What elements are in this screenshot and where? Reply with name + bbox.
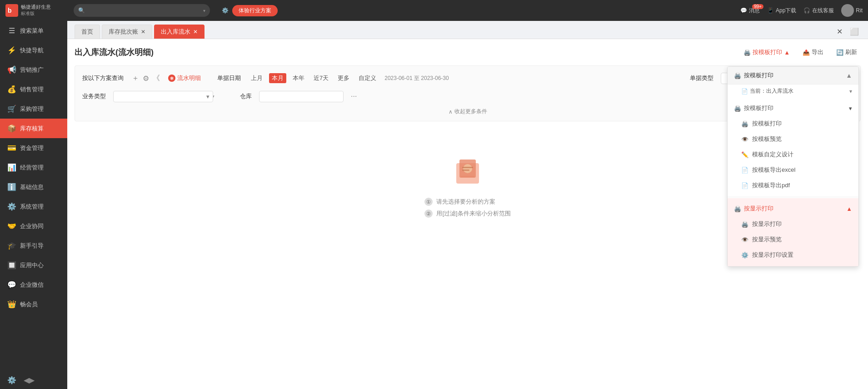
tab-maximize-btn[interactable]: ⬜ <box>848 26 861 37</box>
settings-bottom-icon[interactable]: ⚙️ <box>7 376 16 384</box>
print-btn[interactable]: 🖨️ 按模板打印 ▲ <box>740 46 793 58</box>
app-download-btn[interactable]: 📱 App下载 <box>767 7 796 15</box>
sidebar-item-cooperation[interactable]: 🤝 企业协同 <box>0 216 67 236</box>
display-section-header[interactable]: 🖨️ 按显示打印 ▲ <box>728 201 858 216</box>
system-icon: ⚙️ <box>7 202 16 211</box>
expand-icon[interactable]: ◀▶ <box>24 376 35 384</box>
business-type-select-wrapper <box>113 91 213 102</box>
filter-add-btn[interactable]: ＋ <box>131 73 140 84</box>
sidebar-label-guide: 新手引导 <box>20 242 44 250</box>
template-preview-item[interactable]: 👁️ 按模板预览 <box>728 131 858 147</box>
date-this-month-btn[interactable]: 本月 <box>269 73 286 83</box>
sidebar-item-app-center[interactable]: 🔲 应用中心 <box>0 255 67 275</box>
display-print-item[interactable]: 🖨️ 按显示打印 <box>728 216 858 232</box>
filter-setting-btn[interactable]: ⚙ <box>142 73 150 84</box>
sidebar-label-quick-nav: 快捷导航 <box>20 46 44 55</box>
date-7days-btn[interactable]: 近7天 <box>311 73 331 83</box>
template-print-item[interactable]: 🖨️ 按模板打印 <box>728 116 858 131</box>
current-label-text: 当前：出入库流水 <box>750 87 793 95</box>
filter-collapse-left-btn[interactable]: 《 <box>152 73 161 84</box>
tab-flow-close-icon[interactable]: ✕ <box>193 29 198 35</box>
sidebar-item-guide[interactable]: 🎓 新手引导 <box>0 236 67 255</box>
sidebar-item-member[interactable]: 👑 畅会员 <box>0 294 67 314</box>
business-type-select[interactable] <box>113 91 213 102</box>
template-export-excel-item[interactable]: 📄 按模板导出excel <box>728 162 858 178</box>
display-settings-label: 按显示打印设置 <box>752 251 793 259</box>
sidebar-item-search-menu[interactable]: ☰ 搜索菜单 <box>0 21 67 40</box>
app-name: 畅捷通好生意 <box>21 4 51 10</box>
template-export-pdf-item[interactable]: 📄 按模板导出pdf <box>728 178 858 193</box>
message-btn[interactable]: 💬 消息 99+ <box>740 7 760 15</box>
sidebar-item-basic-info[interactable]: ℹ️ 基础信息 <box>0 177 67 197</box>
sidebar-label-operation: 经营管理 <box>20 164 44 172</box>
sales-icon: 💰 <box>7 85 16 94</box>
sidebar-item-system[interactable]: ⚙️ 系统管理 <box>0 197 67 216</box>
doc-type-label: 单据类型 <box>690 74 713 82</box>
logo-area: b 畅捷通好生意 标准版 <box>5 4 69 17</box>
refresh-btn[interactable]: 🔄 刷新 <box>833 46 861 58</box>
content-area: 首页 库存批次账 ✕ 出入库流水 ✕ ✕ ⬜ 出入库流水(流水明细) <box>67 21 868 389</box>
collapse-more-btn[interactable]: ∧ 收起更多条件 <box>449 108 487 115</box>
sidebar-item-finance[interactable]: 💳 资金管理 <box>0 138 67 158</box>
template-design-item[interactable]: ✏️ 模板自定义设计 <box>728 147 858 162</box>
date-filters: 上月 本月 本年 近7天 更多 自定义 2023-06-01 至 2023-06… <box>248 73 673 83</box>
sidebar-item-operation[interactable]: 📊 经营管理 <box>0 158 67 177</box>
tab-batch-close-icon[interactable]: ✕ <box>141 29 145 35</box>
tab-flow[interactable]: 出入库流水 ✕ <box>154 25 205 39</box>
display-settings-item[interactable]: ⚙️ 按显示打印设置 <box>728 247 858 263</box>
print-arrow-up-icon: ▲ <box>784 49 790 56</box>
top-search-bar[interactable]: 🔍 ▾ <box>74 4 210 17</box>
display-section-icon: 🖨️ <box>734 205 741 212</box>
app-version: 标准版 <box>21 10 51 17</box>
empty-step-2: ② 用[过滤]条件来缩小分析范围 <box>424 209 510 218</box>
collapse-label: 收起更多条件 <box>454 108 487 115</box>
panel-toggle-icon[interactable]: ▲ <box>846 72 852 79</box>
empty-step-1: ① 请先选择要分析的方案 <box>424 198 510 206</box>
print-panel-scroll: 📄 当前：出入库流水 ▾ 🖨️ 按模板打印 ▾ <box>728 85 858 266</box>
tab-batch-account[interactable]: 库存批次账 ✕ <box>102 25 152 39</box>
date-more-btn[interactable]: 更多 <box>335 73 352 83</box>
trial-button[interactable]: 体验行业方案 <box>232 5 278 16</box>
sidebar-item-marketing[interactable]: 📢 营销推广 <box>0 60 67 80</box>
sidebar-label-system: 系统管理 <box>20 203 44 211</box>
sidebar-label-sales: 销售管理 <box>20 85 44 94</box>
current-label-arrow: ▾ <box>849 88 852 95</box>
user-avatar-area[interactable]: Rit <box>841 4 863 17</box>
sidebar-item-sales[interactable]: 💰 销售管理 <box>0 80 67 99</box>
settings-icon-btn[interactable]: ⚙️ <box>220 6 230 15</box>
tab-batch-account-label: 库存批次账 <box>109 28 138 36</box>
svg-rect-4 <box>462 167 473 168</box>
display-print-label: 按显示打印 <box>752 220 782 228</box>
online-service-btn[interactable]: 🎧 在线客服 <box>803 7 834 15</box>
sidebar-label-purchase: 采购管理 <box>20 105 44 113</box>
sidebar-item-quick-nav[interactable]: ⚡ 快捷导航 <box>0 40 67 60</box>
sidebar-bottom: ⚙️ ◀▶ <box>0 371 67 389</box>
date-last-month-btn[interactable]: 上月 <box>248 73 265 83</box>
display-preview-item[interactable]: 👁️ 按显示预览 <box>728 232 858 247</box>
template-section-header[interactable]: 🖨️ 按模板打印 ▾ <box>728 100 858 116</box>
date-custom-btn[interactable]: 自定义 <box>356 73 379 83</box>
business-type-label: 业务类型 <box>82 92 106 100</box>
headset-icon: 🎧 <box>803 7 810 14</box>
tab-close-all-btn[interactable]: ✕ <box>835 26 844 37</box>
step-2-text: 用[过滤]条件来缩小分析范围 <box>436 209 510 218</box>
marketing-icon: 📢 <box>7 65 16 74</box>
warehouse-input[interactable] <box>259 91 344 102</box>
cooperation-icon: 🤝 <box>7 222 16 230</box>
date-this-year-btn[interactable]: 本年 <box>290 73 307 83</box>
warehouse-more-btn[interactable]: ··· <box>351 92 357 100</box>
sidebar-item-purchase[interactable]: 🛒 采购管理 <box>0 99 67 119</box>
sidebar-label-app-center: 应用中心 <box>20 261 44 269</box>
online-service-label: 在线客服 <box>812 7 834 15</box>
sidebar-item-wechat[interactable]: 💬 企业微信 <box>0 275 67 294</box>
sidebar-item-inventory[interactable]: 📦 库存核算 <box>0 119 67 138</box>
panel-divider <box>728 197 858 197</box>
export-btn[interactable]: 📤 导出 <box>799 46 827 58</box>
template-preview-icon: 👁️ <box>741 136 748 143</box>
search-input[interactable] <box>88 7 200 14</box>
sidebar-label-inventory: 库存核算 <box>20 125 44 133</box>
finance-icon: 💳 <box>7 144 16 152</box>
step-1-text: 请先选择要分析的方案 <box>436 198 495 206</box>
tab-home[interactable]: 首页 <box>75 25 100 39</box>
display-export-excel-item[interactable]: 📄 按显示导出excel <box>728 263 858 266</box>
